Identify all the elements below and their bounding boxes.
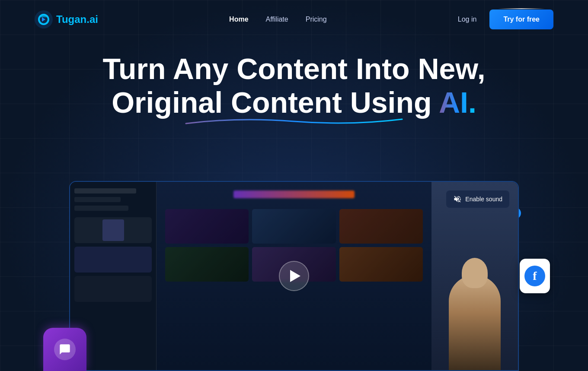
logo-text: Tugan.ai <box>56 13 98 25</box>
video-wrapper: Enable sound <box>69 181 519 371</box>
enable-sound-button[interactable]: Enable sound <box>446 190 509 208</box>
nav-affiliate[interactable]: Affiliate <box>266 16 288 23</box>
video-thumb-3 <box>339 209 423 244</box>
logo-link[interactable]: Tugan.ai <box>35 10 98 29</box>
mute-icon <box>453 195 462 203</box>
video-inner: Enable sound <box>70 182 518 370</box>
enable-sound-label: Enable sound <box>465 196 502 203</box>
nav-links: Home Affiliate Pricing <box>229 16 327 23</box>
nav-right-actions: Log in Try for free <box>458 10 553 29</box>
video-thumb-2 <box>252 209 336 244</box>
facebook-icon: f <box>524 266 545 286</box>
navigation: Tugan.ai Home Affiliate Pricing Log in T… <box>0 0 588 39</box>
nav-home[interactable]: Home <box>229 16 248 23</box>
video-right-panel <box>431 182 518 370</box>
play-triangle-icon <box>290 270 300 282</box>
person-silhouette <box>431 182 518 370</box>
play-button[interactable] <box>279 261 309 291</box>
try-for-free-button[interactable]: Try for free <box>489 10 553 29</box>
video-thumb-6 <box>339 247 423 282</box>
person-head <box>462 258 488 288</box>
hero-section: Turn Any Content Into New, Original Cont… <box>0 39 588 136</box>
person-body <box>449 275 501 370</box>
video-thumb-4 <box>165 247 249 282</box>
phone-icon-inner <box>54 339 76 360</box>
facebook-float-card: f <box>520 259 550 293</box>
phone-float-card <box>43 328 86 371</box>
phone-icon <box>59 343 71 355</box>
nav-pricing[interactable]: Pricing <box>306 16 327 23</box>
hero-title: Turn Any Content Into New, Original Cont… <box>99 52 489 119</box>
login-button[interactable]: Log in <box>458 16 477 23</box>
logo-icon <box>35 10 53 29</box>
video-thumb-1 <box>165 209 249 244</box>
